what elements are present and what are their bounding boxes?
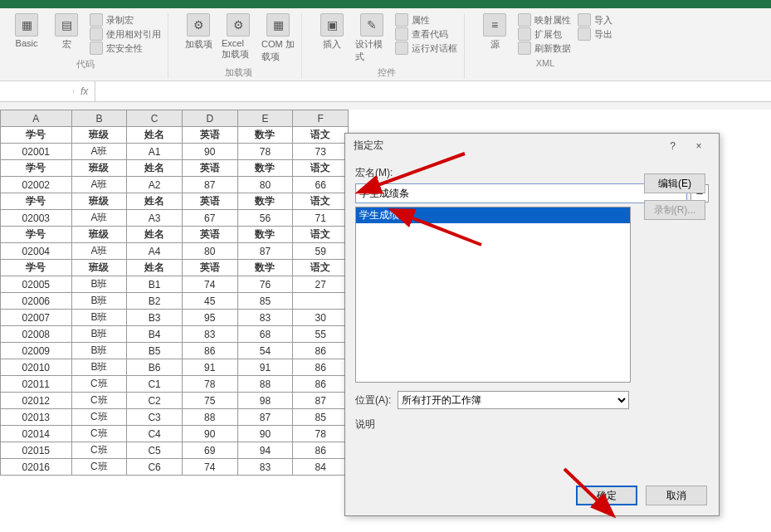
cell[interactable]: 英语: [182, 127, 237, 144]
cell[interactable]: C班: [71, 459, 127, 476]
cell[interactable]: 英语: [182, 193, 237, 210]
cell[interactable]: C4: [127, 426, 183, 442]
cell[interactable]: 语文: [293, 193, 349, 210]
cell[interactable]: 02016: [1, 459, 72, 476]
cell[interactable]: 87: [237, 409, 293, 426]
com-addins-button[interactable]: ▦COM 加载项: [261, 13, 295, 63]
vb-basic-button[interactable]: ▦ Basic: [10, 13, 43, 48]
cell[interactable]: 84: [293, 459, 349, 476]
cell[interactable]: 87: [237, 243, 293, 260]
cell[interactable]: 02001: [1, 144, 72, 160]
cell[interactable]: B5: [127, 343, 183, 359]
cell[interactable]: 学号: [1, 160, 72, 177]
cell[interactable]: 78: [237, 144, 293, 160]
cell[interactable]: 数学: [237, 193, 293, 210]
cell[interactable]: 88: [182, 409, 237, 426]
cell[interactable]: 数学: [237, 127, 293, 144]
ok-button[interactable]: 确定: [576, 486, 637, 505]
record-button[interactable]: 录制(R)...: [644, 200, 705, 220]
cell[interactable]: 02015: [1, 442, 72, 459]
location-select[interactable]: 所有打开的工作簿: [398, 391, 629, 409]
cell[interactable]: 75: [182, 393, 237, 409]
cell[interactable]: 91: [182, 359, 237, 376]
cell[interactable]: 姓名: [127, 160, 183, 177]
col-head-a[interactable]: A: [1, 110, 72, 127]
fx-label[interactable]: fx: [74, 85, 95, 97]
cell[interactable]: 语文: [293, 260, 349, 276]
cancel-button[interactable]: 取消: [646, 486, 707, 505]
cell[interactable]: B2: [127, 293, 183, 310]
edit-button[interactable]: 编辑(E): [644, 173, 705, 193]
cell[interactable]: 学号: [1, 193, 72, 210]
cell[interactable]: 学号: [1, 127, 72, 144]
cell[interactable]: 数学: [237, 260, 293, 276]
import-button[interactable]: 导入: [578, 13, 612, 27]
col-head-b[interactable]: B: [71, 110, 127, 127]
cell[interactable]: 90: [182, 144, 237, 160]
cell[interactable]: 76: [237, 276, 293, 293]
cell[interactable]: B班: [71, 359, 127, 376]
cell[interactable]: 数学: [237, 160, 293, 177]
cell[interactable]: 98: [237, 393, 293, 409]
cell[interactable]: 86: [182, 343, 237, 359]
cell[interactable]: 78: [293, 426, 349, 442]
design-mode-button[interactable]: ✎设计模式: [355, 13, 388, 63]
cell[interactable]: 68: [237, 326, 293, 343]
dialog-help-button[interactable]: ?: [661, 140, 685, 152]
col-head-f[interactable]: F: [293, 110, 349, 127]
cell[interactable]: 班级: [71, 160, 127, 177]
cell[interactable]: [293, 293, 349, 310]
export-button[interactable]: 导出: [578, 27, 612, 41]
cell[interactable]: 83: [182, 326, 237, 343]
cell[interactable]: C3: [127, 409, 183, 426]
cell[interactable]: 67: [182, 210, 237, 227]
cell[interactable]: 30: [293, 310, 349, 326]
cell[interactable]: 59: [293, 243, 349, 260]
cell[interactable]: 86: [293, 359, 349, 376]
cell[interactable]: 02014: [1, 426, 72, 442]
dialog-close-button[interactable]: ×: [687, 140, 710, 152]
cell[interactable]: 姓名: [127, 227, 183, 243]
cell[interactable]: 55: [293, 326, 349, 343]
cell[interactable]: 71: [293, 210, 349, 227]
cell[interactable]: 74: [182, 276, 237, 293]
excel-addins-button[interactable]: ⚙Excel 加载项: [222, 13, 255, 61]
refresh-button[interactable]: 刷新数据: [518, 41, 571, 55]
cell[interactable]: 83: [237, 459, 293, 476]
cell[interactable]: 02005: [1, 276, 72, 293]
relative-ref-button[interactable]: 使用相对引用: [90, 27, 161, 41]
cell[interactable]: 姓名: [127, 193, 183, 210]
cell[interactable]: 87: [293, 393, 349, 409]
cell[interactable]: B班: [71, 343, 127, 359]
cell[interactable]: 学号: [1, 227, 72, 243]
cell[interactable]: 英语: [182, 160, 237, 177]
cell[interactable]: 94: [237, 442, 293, 459]
cell[interactable]: 语文: [293, 227, 349, 243]
cell[interactable]: 69: [182, 442, 237, 459]
cell[interactable]: 02006: [1, 293, 72, 310]
macro-list[interactable]: 学生成绩条: [355, 207, 631, 383]
cell[interactable]: 班级: [71, 227, 127, 243]
cell[interactable]: 02011: [1, 376, 72, 393]
col-head-e[interactable]: E: [237, 110, 293, 127]
cell[interactable]: 87: [182, 177, 237, 193]
view-code-button[interactable]: 查看代码: [395, 27, 457, 41]
cell[interactable]: 27: [293, 276, 349, 293]
cell[interactable]: A班: [71, 210, 127, 227]
cell[interactable]: C班: [71, 426, 127, 442]
cell[interactable]: 78: [182, 376, 237, 393]
cell[interactable]: B4: [127, 326, 183, 343]
cell[interactable]: C班: [71, 409, 127, 426]
cell[interactable]: 86: [293, 376, 349, 393]
cell[interactable]: 85: [237, 293, 293, 310]
cell[interactable]: 90: [237, 426, 293, 442]
cell[interactable]: B班: [71, 326, 127, 343]
cell[interactable]: 班级: [71, 193, 127, 210]
cell[interactable]: 86: [293, 343, 349, 359]
addins-button[interactable]: ⚙加载项: [182, 13, 215, 51]
cell[interactable]: 02007: [1, 310, 72, 326]
col-head-c[interactable]: C: [127, 110, 183, 127]
macro-list-item[interactable]: 学生成绩条: [356, 207, 630, 223]
cell[interactable]: 02008: [1, 326, 72, 343]
macro-name-input[interactable]: [355, 183, 687, 203]
